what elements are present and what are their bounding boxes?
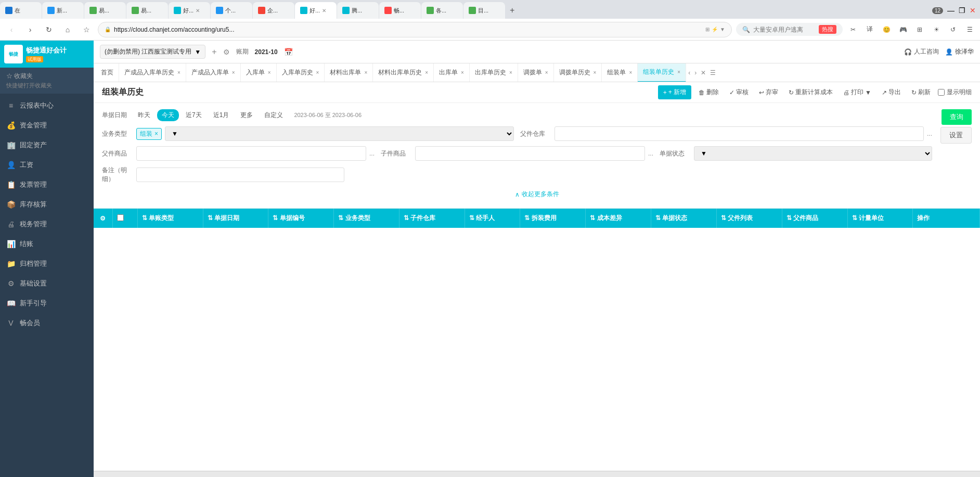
- th-unit[interactable]: ⇅ 计量单位: [847, 209, 913, 228]
- home-button[interactable]: ⌂: [60, 22, 75, 37]
- parent-goods-more[interactable]: ...: [369, 150, 375, 157]
- sidebar-item-settlement[interactable]: 📊 结账: [0, 234, 94, 254]
- sidebar-item-member[interactable]: V 畅会员: [0, 313, 94, 333]
- sun-icon[interactable]: ☀: [930, 23, 943, 36]
- new-tab-button[interactable]: +: [506, 2, 519, 19]
- back-button[interactable]: ‹: [4, 22, 19, 37]
- subtab-prod[interactable]: 产成品入库单 ×: [186, 63, 241, 82]
- tab-3[interactable]: 易...: [126, 2, 168, 19]
- subtab-material-out[interactable]: 材料出库单 ×: [325, 63, 373, 82]
- th-handler[interactable]: ⇅ 经手人: [465, 209, 520, 228]
- subtab-assembly[interactable]: 组装单 ×: [602, 63, 638, 82]
- export-button[interactable]: ↗ 导出: [879, 86, 904, 99]
- query-button[interactable]: 查询: [942, 109, 972, 125]
- add-button[interactable]: + + 新增: [658, 85, 691, 99]
- tabs-scroll-right[interactable]: ›: [692, 69, 699, 76]
- sidebar-item-reports[interactable]: ≡ 云报表中心: [0, 96, 94, 115]
- print-button[interactable]: 🖨 打印 ▼: [840, 86, 874, 99]
- tabs-more-icon[interactable]: ☰: [708, 69, 718, 76]
- delete-button[interactable]: 🗑 删除: [695, 86, 722, 99]
- subtab-outbound-history[interactable]: 出库单历史 ×: [470, 63, 518, 82]
- th-bill-status[interactable]: ⇅ 单据状态: [651, 209, 717, 228]
- recalc-button[interactable]: ↻ 重新计算成本: [785, 86, 836, 99]
- tab-9[interactable]: 畅...: [379, 2, 421, 19]
- th-biz-type[interactable]: ⇅ 业务类型: [334, 209, 399, 228]
- menu-icon[interactable]: ☰: [963, 23, 976, 36]
- date-btn-today[interactable]: 今天: [157, 109, 179, 121]
- scissors-icon[interactable]: ✂: [847, 23, 859, 36]
- sidebar-item-assets[interactable]: 🏢 固定资产: [0, 135, 94, 155]
- sidebar-item-salary[interactable]: 👤 工资: [0, 155, 94, 175]
- tab-2[interactable]: 易...: [84, 2, 126, 19]
- th-child-warehouse[interactable]: ⇅ 子件仓库: [399, 209, 465, 228]
- maximize-button[interactable]: ❐: [959, 6, 965, 15]
- subtab-assembly-history[interactable]: 组装单历史 ×: [638, 63, 686, 82]
- calendar-icon[interactable]: 📅: [284, 48, 293, 56]
- forward-button[interactable]: ›: [23, 22, 37, 37]
- add-company-icon[interactable]: +: [212, 47, 216, 57]
- parent-warehouse-input[interactable]: [555, 126, 924, 141]
- close-window-button[interactable]: ✕: [970, 6, 976, 15]
- reload-button[interactable]: ↻: [42, 22, 56, 37]
- th-checkbox[interactable]: [112, 209, 137, 228]
- close-outbound-history[interactable]: ×: [509, 70, 512, 75]
- close-prod-history[interactable]: ×: [177, 70, 180, 75]
- sidebar-item-tax[interactable]: 🖨 税务管理: [0, 214, 94, 234]
- date-btn-yesterday[interactable]: 昨天: [133, 109, 155, 121]
- th-parent-goods[interactable]: ⇅ 父件商品: [782, 209, 847, 228]
- close-assembly[interactable]: ×: [629, 70, 632, 75]
- parent-goods-input[interactable]: [136, 146, 366, 161]
- set-button[interactable]: 设置: [940, 127, 972, 144]
- scroll-bar-area[interactable]: [94, 471, 980, 477]
- tab-10[interactable]: 各...: [421, 2, 463, 19]
- th-number[interactable]: ⇅ 单据编号: [268, 209, 334, 228]
- audit-button[interactable]: ✓ 审核: [726, 86, 752, 99]
- subtab-outbound[interactable]: 出库单 ×: [434, 63, 470, 82]
- subtab-material-out-history[interactable]: 材料出库单历史 ×: [373, 63, 434, 82]
- close-inbound-history[interactable]: ×: [316, 70, 319, 75]
- sidebar-item-funds[interactable]: 💰 资金管理: [0, 115, 94, 135]
- close-transfer-history[interactable]: ×: [594, 70, 597, 75]
- tab-7[interactable]: 好... ✕: [295, 2, 337, 19]
- tab-5[interactable]: 个...: [211, 2, 252, 19]
- grid-icon[interactable]: ⊞: [913, 23, 926, 36]
- url-bar[interactable]: 🔒 https://cloud.chanjet.com/accounting/u…: [98, 22, 732, 37]
- remarks-input[interactable]: [136, 167, 344, 182]
- close-inbound[interactable]: ×: [268, 70, 271, 75]
- table-settings-icon[interactable]: ⚙: [100, 215, 106, 222]
- sidebar-item-archive[interactable]: 📁 归档管理: [0, 254, 94, 274]
- tab-0[interactable]: 在: [0, 2, 42, 19]
- close-outbound[interactable]: ×: [461, 70, 464, 75]
- th-cost-diff[interactable]: ⇅ 成本差异: [586, 209, 651, 228]
- tab-11[interactable]: 目...: [463, 2, 505, 19]
- subtab-prod-history[interactable]: 产成品入库单历史 ×: [119, 63, 186, 82]
- subtab-transfer-history[interactable]: 调拨单历史 ×: [554, 63, 602, 82]
- abandon-button[interactable]: ↩ 弃审: [756, 86, 781, 99]
- th-type[interactable]: ⇅ 单账类型: [137, 209, 203, 228]
- parent-warehouse-more[interactable]: ...: [927, 130, 932, 137]
- collapse-button[interactable]: ∧ 收起更多条件: [102, 187, 972, 202]
- date-btn-1month[interactable]: 近1月: [209, 109, 234, 121]
- dropdown-icon[interactable]: ▼: [720, 27, 725, 32]
- child-goods-input[interactable]: [415, 146, 645, 161]
- th-date[interactable]: ⇅ 单据日期: [203, 209, 268, 228]
- table-settings-header[interactable]: ⚙: [94, 209, 112, 228]
- tabs-scroll-left[interactable]: ‹: [686, 69, 692, 76]
- bookmark-button[interactable]: ☆: [79, 22, 94, 37]
- sidebar-item-settings[interactable]: ⚙ 基础设置: [0, 274, 94, 293]
- settings-gear-icon[interactable]: ⚙: [223, 48, 230, 56]
- tab-4[interactable]: 好... ✕: [169, 2, 210, 19]
- tab-close-4[interactable]: ✕: [196, 8, 200, 14]
- sidebar-item-guide[interactable]: 📖 新手引导: [0, 293, 94, 313]
- history-icon[interactable]: ↺: [947, 23, 959, 36]
- tab-6[interactable]: 企...: [253, 2, 294, 19]
- bookmark-star-icon[interactable]: ⚡: [712, 27, 718, 32]
- th-parent-list[interactable]: ⇅ 父件列表: [716, 209, 782, 228]
- subtab-home[interactable]: 首页: [96, 63, 119, 82]
- tab-8[interactable]: 腾...: [337, 2, 379, 19]
- tab-1[interactable]: 新...: [42, 2, 84, 19]
- bill-status-dropdown[interactable]: ▼: [694, 146, 932, 161]
- select-all-checkbox[interactable]: [117, 214, 124, 221]
- tab-close-7[interactable]: ✕: [322, 8, 326, 14]
- emoji-icon[interactable]: 😊: [880, 23, 893, 36]
